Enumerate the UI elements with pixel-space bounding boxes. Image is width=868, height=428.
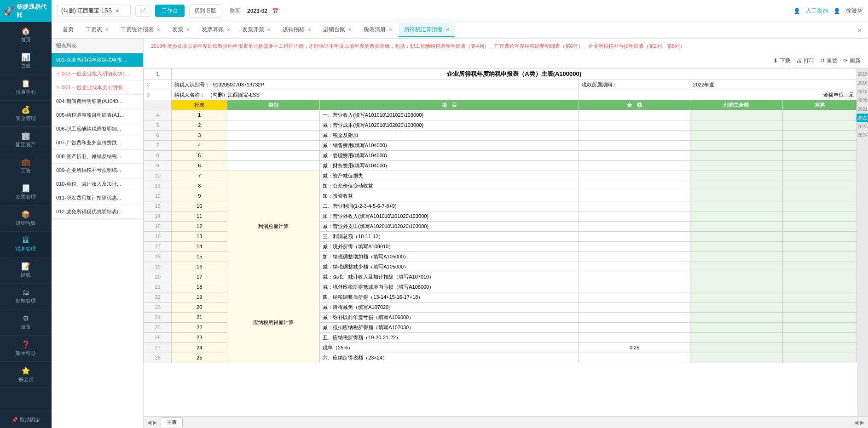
item-cell[interactable]: 六、应纳所得税额（23×24） xyxy=(320,353,579,363)
item-cell[interactable]: 减：纳税调整减少额（填写A105000） xyxy=(320,262,579,272)
print-btn[interactable]: 🖨 打印 xyxy=(796,57,815,65)
diff-cell[interactable] xyxy=(783,312,857,322)
profit-cell[interactable] xyxy=(690,353,782,363)
diff-cell[interactable] xyxy=(783,282,857,292)
sidebar-item-总账[interactable]: 📊总账 xyxy=(0,48,52,74)
profit-cell[interactable] xyxy=(690,231,782,241)
timeline-year-2018[interactable]: 2018 xyxy=(856,87,868,96)
amount-cell[interactable] xyxy=(579,302,690,312)
left-item-008[interactable]: 008-资产折旧、摊销及纳税... xyxy=(52,150,143,164)
profit-cell[interactable] xyxy=(690,160,782,171)
item-cell[interactable]: 减：弥补以前年度亏损（填写A106000） xyxy=(320,312,579,322)
sidebar-item-报表中心[interactable]: 📋报表中心 xyxy=(0,74,52,101)
profit-cell[interactable] xyxy=(690,130,782,140)
sidebar-item-结账[interactable]: 📝结账 xyxy=(0,257,52,284)
sidebar-item-畅会员[interactable]: ⭐畅会员 xyxy=(0,362,52,388)
amount-cell[interactable] xyxy=(579,262,690,272)
item-cell[interactable]: 一、营业收入(填写A101010\101020\103000) xyxy=(320,110,579,120)
item-cell[interactable]: 三、利润总额（10-11-12） xyxy=(320,231,579,241)
diff-cell[interactable] xyxy=(783,262,857,272)
left-item-011[interactable]: 011-研发费用加计扣除优惠... xyxy=(52,191,143,205)
profit-cell[interactable] xyxy=(690,140,782,150)
profit-cell[interactable] xyxy=(690,302,782,312)
amount-cell[interactable] xyxy=(579,110,690,120)
diff-cell[interactable] xyxy=(783,251,857,262)
timeline-year-2020[interactable]: 2020 xyxy=(856,96,868,105)
diff-cell[interactable] xyxy=(783,110,857,120)
profit-cell[interactable] xyxy=(690,262,782,272)
profit-cell[interactable] xyxy=(690,191,782,201)
left-item-007[interactable]: 007-广告费和业务宣传费跌... xyxy=(52,136,143,150)
tab-税表清册[interactable]: 税表清册✕ xyxy=(358,23,398,37)
diff-cell[interactable] xyxy=(783,231,857,241)
diff-cell[interactable] xyxy=(783,160,857,171)
scroll-left-icon[interactable]: ◀ xyxy=(854,419,858,426)
profit-cell[interactable] xyxy=(690,282,782,292)
tab-工资表[interactable]: 工资表✕ xyxy=(80,23,114,37)
amount-cell[interactable] xyxy=(579,221,690,231)
service-label[interactable]: 人工咨询 xyxy=(806,7,828,15)
profit-cell[interactable] xyxy=(690,332,782,342)
tab-close-icon[interactable]: ✕ xyxy=(226,27,230,32)
work-btn[interactable]: 工作台 xyxy=(155,5,185,17)
close-all-tabs[interactable]: ✕ xyxy=(857,27,862,34)
sidebar-item-新手引导[interactable]: ❓新手引导 xyxy=(0,336,52,362)
amount-cell[interactable] xyxy=(579,191,690,201)
profit-cell[interactable] xyxy=(690,171,782,181)
tab-发票开票[interactable]: 发票开票✕ xyxy=(237,23,276,37)
tab-close-icon[interactable]: ✕ xyxy=(186,27,190,32)
tab-close-icon[interactable]: ✕ xyxy=(348,27,352,32)
amount-cell[interactable] xyxy=(579,332,690,342)
tab-close-icon[interactable]: ✕ xyxy=(307,27,311,32)
timeline-year-2016[interactable]: 2016 xyxy=(856,79,868,87)
profit-cell[interactable] xyxy=(690,272,782,282)
tab-close-icon[interactable]: ✕ xyxy=(267,27,271,32)
item-cell[interactable]: 减：销售费用(填写A104000) xyxy=(320,140,579,150)
item-cell[interactable]: 加：公允价值变动收益 xyxy=(320,181,579,191)
spreadsheet-container[interactable]: 1企业所得税年度纳税申报表（A类）主表(A100000)2纳税人识别号： 913… xyxy=(144,68,857,417)
amount-cell[interactable] xyxy=(579,312,690,322)
diff-cell[interactable] xyxy=(783,272,857,282)
tab-发票算账[interactable]: 发票算账✕ xyxy=(196,23,236,37)
sidebar-item-归档管理[interactable]: 🗂归档管理 xyxy=(0,284,52,309)
diff-cell[interactable] xyxy=(783,150,857,160)
sidebar-item-首页[interactable]: 🏠首页 xyxy=(0,22,52,48)
tab-工资统计报表[interactable]: 工资统计报表✕ xyxy=(115,23,166,37)
calendar-icon[interactable]: 📅 xyxy=(272,8,279,14)
doc-icon-btn[interactable]: 📄 xyxy=(135,6,150,17)
amount-cell[interactable] xyxy=(579,241,690,251)
sidebar-item-资金管理[interactable]: 💰资金管理 xyxy=(0,101,52,127)
amount-cell[interactable] xyxy=(579,140,690,150)
diff-cell[interactable] xyxy=(783,292,857,302)
profit-cell[interactable] xyxy=(690,110,782,120)
refresh-btn[interactable]: ⟳ 刷新 xyxy=(843,57,861,65)
item-cell[interactable]: 减：营业成本(填写A102010\102020\103000) xyxy=(320,120,579,130)
tab-首页[interactable]: 首页 xyxy=(57,23,79,37)
amount-cell[interactable]: 0.25 xyxy=(579,342,690,353)
amount-cell[interactable] xyxy=(579,353,690,363)
profit-cell[interactable] xyxy=(690,120,782,130)
tab-close-icon[interactable]: ✕ xyxy=(105,27,109,32)
timeline-year-2023[interactable]: 2023 xyxy=(856,122,868,131)
sidebar-item-设置[interactable]: ⚙设置 xyxy=(0,309,52,336)
item-cell[interactable]: 减：管理费用(填写A104000) xyxy=(320,150,579,160)
amount-cell[interactable] xyxy=(579,231,690,241)
left-item-012[interactable]: 012-减免所得税优惠明细表(... xyxy=(52,205,143,219)
profit-cell[interactable] xyxy=(690,322,782,332)
amount-cell[interactable] xyxy=(579,120,690,130)
diff-cell[interactable] xyxy=(783,201,857,211)
diff-cell[interactable] xyxy=(783,241,857,251)
timeline-year-2021[interactable]: 2021 xyxy=(856,105,868,114)
left-item-006[interactable]: 006-职工薪酬纳税调整明细... xyxy=(52,122,143,136)
amount-cell[interactable] xyxy=(579,181,690,191)
item-cell[interactable]: 减：营业外支出(填写A102010\102020\103000) xyxy=(320,221,579,231)
profit-cell[interactable] xyxy=(690,201,782,211)
item-cell[interactable]: 减：境外应税所得抵减境内亏损（填写A108000） xyxy=(320,282,579,292)
timeline-year-2024[interactable]: 2024 xyxy=(856,131,868,140)
profit-cell[interactable] xyxy=(690,241,782,251)
sheet-nav-arrows[interactable]: ◀ ▶ xyxy=(147,419,157,426)
amount-cell[interactable] xyxy=(579,322,690,332)
item-cell[interactable]: 四、纳税调整后所得（13-14+15-16-17+18） xyxy=(320,292,579,302)
tab-close-icon[interactable]: ✕ xyxy=(446,27,449,32)
company-selector[interactable]: (勾删) 江西服宝-LSS ▼ xyxy=(57,5,131,17)
